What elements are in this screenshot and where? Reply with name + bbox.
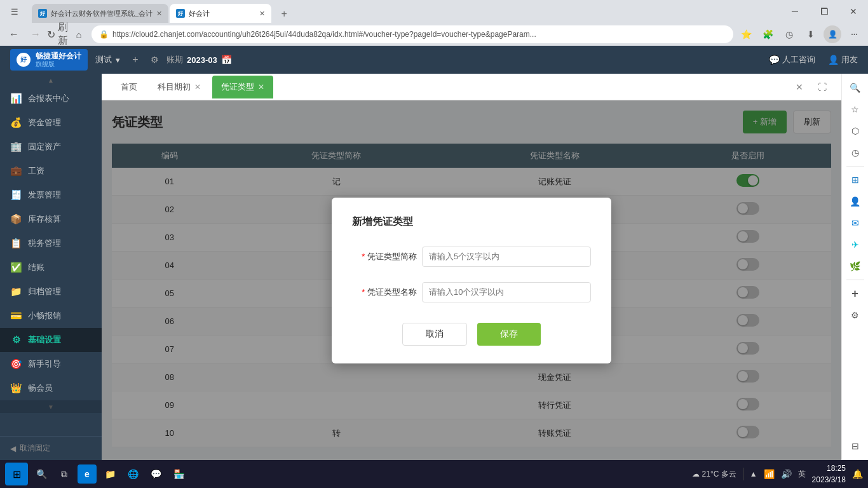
sidebar-item-member[interactable]: 👑 畅会员 — [0, 376, 102, 400]
tab-voucher-close[interactable]: ✕ — [258, 83, 264, 92]
chrome-taskbar-btn[interactable]: 🌐 — [123, 464, 142, 484]
window-menu-icon[interactable]: ☰ — [11, 7, 18, 17]
right-btn-app2[interactable]: 🌿 — [845, 256, 865, 276]
settings-nav-icon: ⚙ — [10, 334, 22, 346]
browser-action-history[interactable]: ◷ — [780, 25, 798, 43]
sidebar-item-fixed[interactable]: 🏢 固定资产 — [0, 135, 102, 159]
tab-bar: ☰ 好 好会计云财务软件管理系统_会计 ✕ 好 好会计 ✕ + ─ ⧠ ✕ — [0, 0, 868, 23]
edge-taskbar-btn[interactable]: e — [78, 464, 97, 484]
address-bar: ← → ↻刷新 ⌂ 🔒 https://cloud2.chanjet.com/a… — [0, 23, 868, 46]
weather-text: 21°C 多云 — [702, 469, 736, 480]
right-btn-history[interactable]: ◷ — [845, 142, 865, 163]
notification-btn[interactable]: 🔔 — [852, 469, 863, 479]
browser-action-favorites[interactable]: ⭐ — [737, 25, 755, 43]
sidebar-label-settle: 结账 — [28, 262, 44, 273]
sidebar-label-invoice: 发票管理 — [28, 189, 61, 201]
task-view-btn[interactable]: ⧉ — [55, 464, 74, 484]
right-btn-user[interactable]: 👤 — [845, 191, 865, 212]
sidebar-item-settings[interactable]: ⚙ 基础设置 — [0, 328, 102, 352]
right-btn-star[interactable]: ☆ — [845, 99, 865, 119]
user-label: 用友 — [841, 54, 858, 65]
minimize-btn[interactable]: ─ — [780, 0, 810, 23]
sidebar-item-archive[interactable]: 📁 归档管理 — [0, 280, 102, 304]
sidebar-item-tax[interactable]: 📋 税务管理 — [0, 231, 102, 255]
weather-widget[interactable]: ☁ 21°C 多云 — [692, 469, 736, 480]
browser-action-download[interactable]: ⬇ — [802, 25, 820, 43]
right-btn-grid[interactable]: ⊟ — [845, 436, 865, 456]
browser-action-more[interactable]: ··· — [845, 25, 863, 43]
app-store-btn[interactable]: 🏪 — [169, 464, 188, 484]
refresh-btn[interactable]: ↻刷新 — [48, 25, 66, 43]
sidebar-label-tax: 税务管理 — [28, 238, 61, 249]
new-tab-btn[interactable]: + — [275, 5, 293, 23]
url-bar[interactable]: 🔒 https://cloud2.chanjet.com/accounting/… — [92, 25, 733, 43]
right-btn-add[interactable]: + — [845, 283, 865, 304]
right-btn-bookmark[interactable]: ⊞ — [845, 170, 865, 190]
tab-favicon-2: 好 — [176, 9, 185, 18]
file-explorer-btn[interactable]: 📁 — [100, 464, 119, 484]
sidebar-item-reports[interactable]: 📊 会报表中心 — [0, 86, 102, 111]
forward-btn[interactable]: → — [27, 25, 44, 43]
url-text: https://cloud2.chanjet.com/accounting/uh… — [112, 30, 726, 39]
tab-bar-actions: ✕ ⛶ — [790, 78, 831, 96]
datetime-display[interactable]: 18:25 2023/3/18 — [812, 463, 846, 485]
sidebar-item-salary[interactable]: 💼 工资 — [0, 159, 102, 183]
back-btn[interactable]: ← — [5, 25, 23, 43]
tab-bar-expand-btn[interactable]: ⛶ — [813, 78, 831, 96]
sidebar-label-inventory: 库存核算 — [28, 214, 61, 225]
tab-home[interactable]: 首页 — [112, 76, 146, 98]
tab-bar-close-btn[interactable]: ✕ — [790, 78, 808, 96]
full-name-input[interactable] — [422, 282, 591, 302]
tab-subject[interactable]: 科目期初 ✕ — [149, 76, 210, 98]
volume-icon[interactable]: 🔊 — [781, 469, 792, 479]
weather-icon: ☁ — [692, 470, 700, 478]
right-btn-extensions[interactable]: ⬡ — [845, 121, 865, 141]
browser-action-account[interactable]: 👤 — [824, 25, 841, 43]
sidebar-item-invoice[interactable]: 🧾 发票管理 — [0, 183, 102, 207]
tab-close-2[interactable]: ✕ — [259, 10, 265, 18]
tab-subject-close[interactable]: ✕ — [194, 83, 201, 92]
sidebar-item-guide[interactable]: 🎯 新手引导 — [0, 352, 102, 376]
network-icon[interactable]: 📶 — [764, 469, 775, 479]
sidebar-item-expense[interactable]: 💳 小畅报销 — [0, 304, 102, 328]
search-taskbar-btn[interactable]: 🔍 — [32, 464, 51, 484]
short-name-input[interactable] — [422, 247, 591, 267]
home-btn[interactable]: ⌂ — [70, 25, 88, 43]
right-btn-search[interactable]: 🔍 — [845, 78, 865, 98]
cancel-btn[interactable]: 取消 — [402, 323, 467, 346]
add-company-btn[interactable]: + — [128, 52, 143, 67]
tab-inactive[interactable]: 好 好会计云财务软件管理系统_会计 ✕ — [32, 4, 168, 23]
unpin-btn[interactable]: ◀ 取消固定 — [0, 436, 102, 460]
settings-btn[interactable]: ⚙ — [151, 55, 159, 65]
tab-voucher-type[interactable]: 凭证类型 ✕ — [212, 76, 273, 98]
app-header: 好 畅捷通好会计 旗舰版 测试 ▾ + ⚙ 账期 2023-03 📅 💬 人工咨… — [0, 46, 868, 74]
tab-close-1[interactable]: ✕ — [156, 10, 162, 18]
modal-overlay: 新增凭证类型 * 凭证类型简称 * 凭证类型名称 — [102, 100, 841, 460]
consult-label: 人工咨询 — [782, 54, 815, 65]
sidebar-item-funds[interactable]: 💰 资金管理 — [0, 111, 102, 135]
right-btn-outlook[interactable]: ✉ — [845, 213, 865, 233]
start-btn[interactable]: ⊞ — [5, 463, 28, 485]
company-selector[interactable]: 测试 ▾ — [95, 54, 120, 65]
system-tray[interactable]: ▲ — [750, 470, 757, 478]
tab-active[interactable]: 好 好会计 ✕ — [170, 4, 271, 23]
fixed-icon: 🏢 — [10, 141, 22, 152]
period-display: 账期 2023-03 📅 — [166, 54, 232, 65]
save-btn[interactable]: 保存 — [477, 323, 541, 346]
modal-title: 新增凭证类型 — [352, 215, 591, 229]
right-btn-app1[interactable]: ✈ — [845, 234, 865, 255]
unpin-icon: ◀ — [10, 444, 16, 453]
taskbar: ⊞ 🔍 ⧉ e 📁 🌐 💬 🏪 ☁ 21°C 多云 ▲ 📶 🔊 英 18:25 … — [0, 460, 868, 488]
sidebar: ▲ 📊 会报表中心 💰 资金管理 🏢 固定资产 💼 工资 🧾 发票管理 📦 库存… — [0, 74, 102, 460]
right-btn-settings[interactable]: ⚙ — [845, 305, 865, 325]
user-btn[interactable]: 👤 用友 — [828, 54, 858, 65]
restore-btn[interactable]: ⧠ — [810, 0, 839, 23]
sidebar-item-inventory[interactable]: 📦 库存核算 — [0, 207, 102, 231]
sidebar-item-settle[interactable]: ✅ 结账 — [0, 255, 102, 280]
language-btn[interactable]: 英 — [798, 469, 806, 480]
close-window-btn[interactable]: ✕ — [839, 0, 868, 23]
wechat-btn[interactable]: 💬 — [146, 464, 165, 484]
browser-action-extensions[interactable]: 🧩 — [759, 25, 776, 43]
calendar-icon[interactable]: 📅 — [221, 55, 232, 65]
consult-btn[interactable]: 💬 人工咨询 — [769, 54, 815, 65]
